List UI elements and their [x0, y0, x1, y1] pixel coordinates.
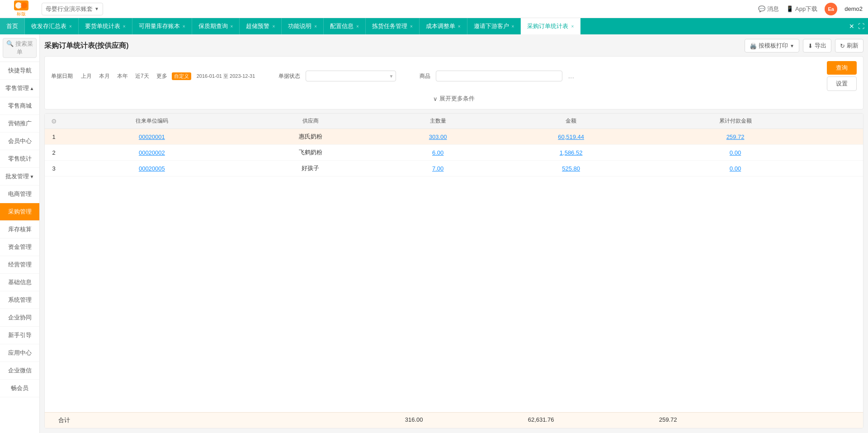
sidebar-item-retail-mall[interactable]: 零售商城: [0, 97, 39, 115]
row-amount-3[interactable]: 525.80: [496, 161, 646, 176]
row-amount-2[interactable]: 1,586.52: [496, 145, 646, 161]
avatar[interactable]: Ea: [825, 3, 837, 15]
sidebar-item-retail-stat[interactable]: 零售统计: [0, 150, 39, 168]
goods-more-icon[interactable]: …: [568, 72, 574, 80]
row-paid-3[interactable]: 0.00: [646, 161, 825, 176]
print-icon: 🖨️: [750, 43, 757, 49]
tab-jian[interactable]: 拣货任务管理 ×: [366, 18, 420, 34]
sidebar-item-wholesale[interactable]: 批发管理 ▼: [0, 168, 39, 186]
tab-baozhi[interactable]: 保质期查询 ×: [192, 18, 240, 34]
query-button[interactable]: 查询: [827, 61, 857, 75]
row-code-3[interactable]: 00020005: [63, 161, 241, 176]
sidebar-search-box[interactable]: 🔍 搜索菜单: [3, 38, 37, 58]
row-index-3: 3: [45, 161, 63, 176]
row-code-2[interactable]: 00020002: [63, 145, 241, 161]
goods-filter-label: 商品: [420, 72, 430, 80]
page-header: 采购订单统计表(按供应商) 🖨️ 按模板打印 ▼ ⬇ 导出 ↻ 刷新: [44, 39, 863, 52]
row-amount-1[interactable]: 60,519.44: [496, 129, 646, 145]
sidebar-item-ecommerce-label: 电商管理: [8, 190, 32, 197]
row-qty-2[interactable]: 6.00: [380, 145, 496, 161]
tab-chengben[interactable]: 成本调整单 ×: [420, 18, 467, 34]
sidebar-item-ecommerce[interactable]: 电商管理: [0, 186, 39, 203]
table-row: 1 00020001 惠氏奶粉 303.00 60,519.44 259.72: [45, 129, 863, 145]
date-more[interactable]: 更多: [154, 71, 170, 81]
tab-yaoqing-close[interactable]: ×: [512, 24, 514, 29]
sidebar-item-basic[interactable]: 基础信息: [0, 274, 39, 291]
workspace-selector[interactable]: 母婴行业演示账套 ▼: [42, 3, 103, 15]
maximize-btn[interactable]: ⛶: [858, 23, 864, 30]
row-paid-1[interactable]: 259.72: [646, 129, 825, 145]
table-settings-icon[interactable]: ⚙: [51, 118, 57, 125]
tab-yaohuo[interactable]: 要货单统计表 ×: [79, 18, 132, 34]
app-download-btn[interactable]: 📱 App下载: [786, 5, 817, 13]
tab-caigou[interactable]: 采购订单统计表 ×: [521, 18, 580, 34]
table-card: ⚙ 往来单位编码 供应商 主数量 金额 累计付款金额 1: [44, 113, 863, 428]
tab-chaochu-close[interactable]: ×: [272, 24, 275, 29]
row-code-1[interactable]: 00020001: [63, 129, 241, 145]
tab-yaoqing[interactable]: 邀请下游客户 ×: [467, 18, 521, 34]
sidebar-item-marketing[interactable]: 营销推广: [0, 115, 39, 133]
refresh-btn[interactable]: ↻ 刷新: [835, 39, 863, 52]
date-last-month[interactable]: 上月: [78, 71, 94, 81]
sidebar-item-purchase[interactable]: 采购管理: [0, 203, 39, 221]
tab-caigou-close[interactable]: ×: [571, 24, 574, 29]
tab-keyongliang-label: 可用量库存账本: [139, 22, 180, 30]
settings-button[interactable]: 设置: [827, 76, 857, 91]
row-extra-2: [824, 145, 863, 161]
tab-peizhi[interactable]: 配置信息 ×: [324, 18, 366, 34]
row-supplier-3: 好孩子: [241, 161, 380, 176]
logo[interactable]: 标版: [5, 0, 37, 17]
col-empty: [824, 114, 863, 129]
row-extra-1: [824, 129, 863, 145]
close-window-btn[interactable]: ✕: [849, 23, 854, 30]
sidebar: 🔍 搜索菜单 快捷导航 零售管理 ▲ 零售商城 营销推广 会员中心 零售统计 批…: [0, 34, 40, 433]
date-this-month[interactable]: 本月: [96, 71, 113, 81]
tab-chaochu[interactable]: 超储预警 ×: [240, 18, 282, 34]
tab-gongneng-close[interactable]: ×: [314, 24, 317, 29]
tab-baozhi-close[interactable]: ×: [231, 24, 233, 29]
row-paid-2[interactable]: 0.00: [646, 145, 825, 161]
table-body: 1 00020001 惠氏奶粉 303.00 60,519.44 259.72 …: [45, 129, 863, 176]
export-btn[interactable]: ⬇ 导出: [803, 39, 831, 52]
download-icon: 📱: [786, 5, 793, 12]
date-this-year[interactable]: 本年: [114, 71, 131, 81]
tab-gongneng[interactable]: 功能说明 ×: [282, 18, 324, 34]
message-icon: 💬: [758, 5, 765, 12]
tab-shoufacun-close[interactable]: ×: [69, 24, 72, 29]
row-qty-1[interactable]: 303.00: [380, 129, 496, 145]
sidebar-item-quicknav[interactable]: 快捷导航: [0, 62, 39, 80]
date-range[interactable]: 2016-01-01 至 2023-12-31: [197, 73, 255, 80]
user-name[interactable]: demo2: [844, 5, 863, 12]
sidebar-item-newbie[interactable]: 新手引导: [0, 327, 39, 344]
sidebar-item-member[interactable]: 会员中心: [0, 133, 39, 150]
filter-row-1: 单据日期 上月 本月 本年 近7天 更多 自定义 2016-01-01 至 20…: [51, 61, 857, 91]
sidebar-item-operations[interactable]: 经营管理: [0, 256, 39, 274]
date-custom-tag[interactable]: 自定义: [172, 72, 191, 80]
tab-jian-close[interactable]: ×: [410, 24, 413, 29]
tab-keyongliang-close[interactable]: ×: [183, 24, 185, 29]
print-btn[interactable]: 🖨️ 按模板打印 ▼: [745, 39, 799, 52]
status-select[interactable]: [306, 71, 396, 81]
tab-peizhi-close[interactable]: ×: [356, 24, 359, 29]
row-qty-3[interactable]: 7.00: [380, 161, 496, 176]
sidebar-item-retail-mgmt[interactable]: 零售管理 ▲: [0, 80, 39, 97]
sidebar-item-appcenter[interactable]: 应用中心: [0, 344, 39, 362]
sidebar-item-enterprise[interactable]: 企业协同: [0, 309, 39, 327]
message-btn[interactable]: 💬 消息: [758, 5, 779, 13]
date-7days[interactable]: 近7天: [132, 71, 152, 81]
sidebar-item-member2[interactable]: 畅会员: [0, 380, 39, 397]
sidebar-item-wechat[interactable]: 企业微信: [0, 362, 39, 380]
table-row: 3 00020005 好孩子 7.00 525.80 0.00: [45, 161, 863, 176]
tab-yaohuo-close[interactable]: ×: [123, 24, 126, 29]
expand-more-btn[interactable]: ∨ 展开更多条件: [51, 93, 857, 105]
tab-home[interactable]: 首页: [0, 18, 25, 34]
sidebar-item-wechat-label: 企业微信: [8, 367, 32, 374]
tab-keyongliang[interactable]: 可用量库存账本 ×: [132, 18, 192, 34]
tab-shoufacun[interactable]: 收发存汇总表 ×: [25, 18, 79, 34]
goods-input[interactable]: [436, 71, 562, 81]
sidebar-item-system[interactable]: 系统管理: [0, 291, 39, 309]
sidebar-item-finance[interactable]: 资金管理: [0, 238, 39, 256]
tab-chengben-close[interactable]: ×: [458, 24, 461, 29]
row-index-1: 1: [45, 129, 63, 145]
sidebar-item-stock[interactable]: 库存核算: [0, 221, 39, 238]
